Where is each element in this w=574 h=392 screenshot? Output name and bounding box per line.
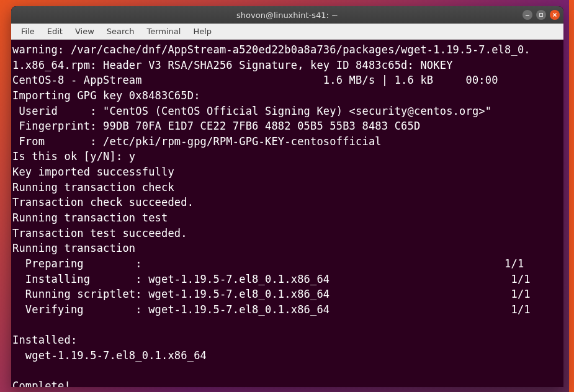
window-controls bbox=[522, 10, 560, 20]
terminal-line: 1.x86_64.rpm: Header V3 RSA/SHA256 Signa… bbox=[12, 59, 453, 71]
terminal-line: Preparing : 1/1 bbox=[12, 257, 524, 270]
terminal-line: Transaction test succeeded. bbox=[12, 227, 187, 239]
terminal-line: Installed: bbox=[12, 334, 77, 346]
menu-help[interactable]: Help bbox=[188, 25, 217, 38]
terminal-line: From : /etc/pki/rpm-gpg/RPM-GPG-KEY-cent… bbox=[12, 135, 382, 148]
maximize-button[interactable] bbox=[536, 10, 546, 20]
terminal-line: Complete! bbox=[12, 380, 71, 387]
terminal-line: Fingerprint: 99DB 70FA E1D7 CE22 7FB6 48… bbox=[12, 120, 420, 132]
terminal-line: Verifying : wget-1.19.5-7.el8_0.1.x86_64… bbox=[12, 303, 531, 316]
window-title: shovon@linuxhint-s41: ~ bbox=[236, 11, 338, 20]
menu-terminal[interactable]: Terminal bbox=[141, 25, 186, 38]
terminal-window: shovon@linuxhint-s41: ~ File Edit View S… bbox=[11, 6, 563, 387]
minimize-button[interactable] bbox=[522, 10, 532, 20]
terminal-line: Running transaction test bbox=[12, 212, 168, 224]
terminal-line: Userid : "CentOS (CentOS Official Signin… bbox=[12, 105, 491, 117]
terminal-line: Importing GPG key 0x8483C65D: bbox=[12, 89, 200, 102]
terminal-line: Running transaction bbox=[12, 242, 135, 254]
menu-file[interactable]: File bbox=[16, 25, 40, 38]
terminal-line: warning: /var/cache/dnf/AppStream-a520ed… bbox=[12, 43, 531, 56]
minimize-icon bbox=[525, 12, 530, 17]
terminal-line: Running transaction check bbox=[12, 181, 174, 194]
terminal-output[interactable]: warning: /var/cache/dnf/AppStream-a520ed… bbox=[11, 40, 563, 387]
terminal-line: Running scriptlet: wget-1.19.5-7.el8_0.1… bbox=[12, 288, 531, 300]
close-icon bbox=[552, 12, 557, 17]
window-titlebar[interactable]: shovon@linuxhint-s41: ~ bbox=[11, 6, 563, 24]
menu-view[interactable]: View bbox=[70, 25, 99, 38]
terminal-line: Is this ok [y/N]: y bbox=[12, 150, 135, 163]
terminal-line: Transaction check succeeded. bbox=[12, 196, 194, 208]
maximize-icon bbox=[539, 12, 544, 17]
terminal-line: Installing : wget-1.19.5-7.el8_0.1.x86_6… bbox=[12, 273, 531, 285]
desktop-scrollbar bbox=[569, 0, 574, 392]
svg-rect-1 bbox=[540, 14, 543, 17]
terminal-line: CentOS-8 - AppStream 1.6 MB/s | 1.6 kB 0… bbox=[12, 74, 498, 86]
menu-search[interactable]: Search bbox=[102, 25, 140, 38]
terminal-line: Key imported successfully bbox=[12, 166, 174, 178]
menubar: File Edit View Search Terminal Help bbox=[11, 24, 563, 40]
menu-edit[interactable]: Edit bbox=[42, 25, 68, 38]
terminal-line: wget-1.19.5-7.el8_0.1.x86_64 bbox=[12, 349, 207, 362]
close-button[interactable] bbox=[550, 10, 560, 20]
